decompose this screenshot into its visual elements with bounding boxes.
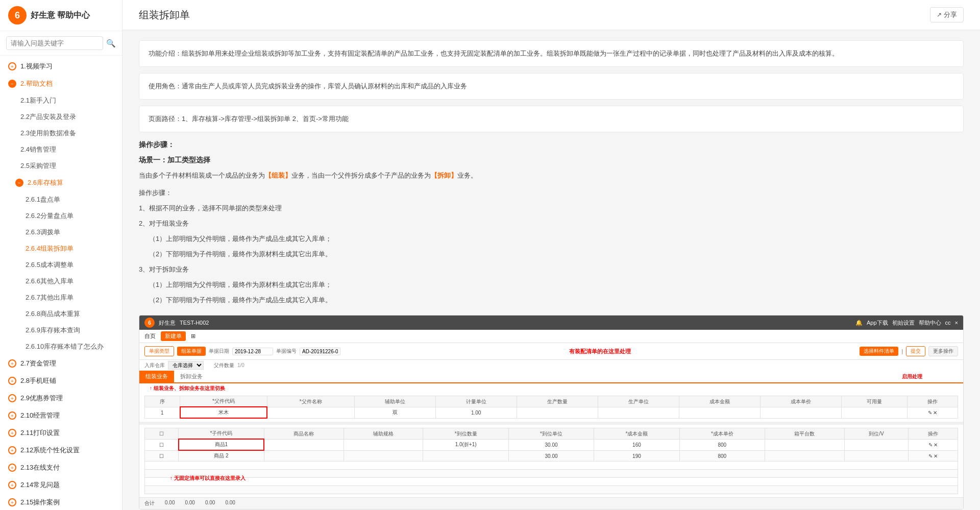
minus-icon: − (8, 80, 16, 88)
sc-sub-row-1: ☐ 商品1 1.0(折+1) 30.00 160 800 (145, 439, 958, 450)
sidebar-item-faq[interactable]: + 2.14常见问题 (0, 476, 122, 494)
sidebar-item-install[interactable]: 2.2产品安装及登录 (0, 109, 122, 125)
sidebar-item-payment[interactable]: + 2.13在线支付 (0, 459, 122, 476)
sc-footer: 合计 0.00 0.00 0.00 0.00 (139, 497, 963, 509)
sc-tab-assembly[interactable]: 组装业务 (139, 371, 174, 382)
sc-footer-qty1: 0.00 (165, 500, 175, 507)
sidebar-item-coupon[interactable]: + 2.9优惠券管理 (0, 390, 122, 407)
sc-sub-cell (765, 439, 845, 450)
sidebar-item-inventory-ledger[interactable]: 2.6.9库存账本查询 (0, 322, 122, 338)
search-input[interactable] (6, 36, 103, 50)
sc-upper-table-area: 序 *父件代码 *父件名称 辅助单位 计量单位 生产数量 生产单位 成本金额 成… (139, 393, 963, 422)
sidebar-item-customize[interactable]: + 2.12系统个性化设置 (0, 442, 122, 459)
sc-cell: 1.00 (435, 407, 517, 418)
share-button[interactable]: ↗ 分享 (930, 7, 964, 22)
sc-icon-bell: 🔔 (855, 320, 863, 326)
plus-icon-customize: + (8, 446, 16, 454)
app-title: 好生意 帮助中心 (31, 10, 90, 21)
sidebar-item-partial-stocktake[interactable]: 2.6.2分量盘点单 (0, 208, 122, 224)
sc-sub-cell (264, 450, 344, 462)
sidebar-item-transfer[interactable]: 2.6.3调拨单 (0, 224, 122, 240)
sc-sub-cell (844, 450, 908, 462)
sc-docno-input[interactable] (300, 348, 340, 355)
sc-toolbar: 单据类型 组装单据 单据日期 单据编号 有装配清单的在这里处理 选择料件清单 |… (139, 343, 963, 360)
sidebar-item-cost-adjust[interactable]: 2.6.5成本调整单 (0, 257, 122, 273)
share-label: 分享 (944, 10, 957, 19)
sc-th-5: 计量单位 (435, 396, 517, 407)
sidebar-item-help-docs[interactable]: − 2.帮助文档 (0, 75, 122, 92)
sc-btn-more[interactable]: 更多操作 (928, 346, 958, 356)
sc-th-2: *父件代码 (180, 396, 267, 407)
sidebar-item-other-out[interactable]: 2.6.7其他出库单 (0, 289, 122, 306)
sc-sub-th-7: *成本单价 (679, 428, 765, 440)
sc-sub-row-6 (145, 486, 958, 494)
sc-tabs: 组装业务 拆卸业务 (139, 371, 963, 383)
sc-close-icon: cc (945, 320, 951, 326)
screenshot-container: 6 好生意 TEST-H002 🔔 App下载 初始设置 帮助中心 cc × (139, 315, 964, 509)
sidebar-item-cost-recalc[interactable]: 2.6.8商品成本重算 (0, 306, 122, 322)
sc-sub-cell-empty4 (145, 486, 958, 494)
sc-nav-home: 自页 (144, 332, 156, 340)
sidebar-item-videos[interactable]: + 1.视频学习 (0, 58, 122, 75)
steps-block: 操作步骤： 1、根据不同的业务，选择不同单据的类型来处理 2、对于组装业务 （1… (139, 186, 964, 307)
sc-warehouse-select[interactable]: 仓库选择 (168, 361, 204, 370)
sidebar-item-ledger-fix[interactable]: 2.6.10库存账本错了怎么办 (0, 338, 122, 355)
sc-table-row: 1 米木 双 1.00 ✎ ✕ (145, 407, 958, 418)
sc-annotation-tabs: ↑ 组装业务、拆卸业务在这里切换 (150, 385, 225, 392)
sc-cell (598, 407, 679, 418)
operations-title: 操作步骤： (139, 140, 964, 150)
sidebar-item-data-prep[interactable]: 2.3使用前数据准备 (0, 125, 122, 141)
sc-tab-disassembly[interactable]: 拆卸业务 (174, 371, 209, 382)
sidebar-item-videos-label: 1.视频学习 (20, 62, 53, 71)
sidebar-item-purchase[interactable]: 2.5采购管理 (0, 158, 122, 174)
sc-sub-th-1: *子件代码 (179, 428, 264, 440)
sidebar-item-beginner[interactable]: 2.1新手入门 (0, 92, 122, 109)
sc-titlebar-right: 🔔 App下载 初始设置 帮助中心 cc × (855, 319, 958, 327)
sc-cell: 1 (145, 407, 180, 418)
sidebar-item-print[interactable]: + 2.11打印设置 (0, 424, 122, 442)
sidebar-item-mgmt[interactable]: + 2.10经营管理 (0, 407, 122, 424)
plus-icon-finance: + (8, 359, 16, 368)
sc-sub-row-2: ☐ 商品 2 30.00 190 800 (145, 450, 958, 462)
search-box[interactable]: 🔍 (0, 31, 122, 56)
sidebar-item-sales[interactable]: 2.4销售管理 (0, 141, 122, 158)
step3: 3、对于拆卸业务 (139, 263, 964, 276)
step3-1: （1）上部明细为父件明细，最终作为原材料生成其它出库单； (139, 278, 964, 292)
sc-logo: 6 (144, 318, 155, 328)
sc-sub-cell: 190 (594, 450, 679, 462)
plus-icon-faq: + (8, 481, 16, 489)
sc-sub-th-8: 箱平台数 (765, 428, 845, 440)
sc-sub-cell: ✎ ✕ (908, 439, 958, 450)
page-title: 组装拆卸单 (139, 8, 190, 22)
sidebar-item-finance[interactable]: + 2.7资金管理 (0, 355, 122, 372)
sidebar-item-cases-label: 2.15操作案例 (20, 498, 60, 507)
sc-tabs-wrapper: 组装业务 拆卸业务 ↑ 组装业务、拆卸业务在这里切换 启用处理 (139, 371, 963, 383)
search-button[interactable]: 🔍 (106, 39, 116, 48)
sc-sub-cell: ✎ ✕ (908, 450, 958, 462)
scenario1-description: 当由多个子件材料组装成一个成品的业务为【组装】业务，当由一个父件拆分成多个子产品… (139, 169, 964, 182)
sc-sub-th-2: 商品名称 (264, 428, 344, 440)
sidebar-item-stocktake[interactable]: 2.6.1盘点单 (0, 191, 122, 208)
sidebar-item-mobile[interactable]: + 2.8手机旺铺 (0, 372, 122, 390)
sc-th-10: 可用量 (841, 396, 907, 407)
sc-sub-th-op: 操作 (908, 428, 958, 440)
sc-th-3: *父件名称 (267, 396, 354, 407)
sc-footer-qty2: 0.00 (185, 500, 194, 507)
sidebar-item-other-in[interactable]: 2.6.6其他入库单 (0, 273, 122, 289)
sc-cell: 米木 (180, 407, 267, 418)
sidebar-item-cases[interactable]: + 2.15操作案例 (0, 494, 122, 510)
sc-btn-doc-type: 单据类型 (144, 346, 174, 356)
sc-btn-select-bom[interactable]: 选择料件清单 (860, 347, 898, 356)
sc-btn-submit[interactable]: 提交 (906, 346, 925, 356)
sc-th-9: 成本单价 (760, 396, 841, 407)
sc-icon-user: 帮助中心 (919, 319, 941, 327)
sc-sub-cell-empty3 (145, 478, 958, 486)
sidebar-item-mgmt-label: 2.10经营管理 (20, 411, 60, 420)
sidebar-item-assembly[interactable]: 2.6.4组装拆卸单 (0, 240, 122, 257)
sidebar-item-inventory[interactable]: − 2.6库存核算 (0, 174, 122, 191)
sc-sub-cell: ☐ (145, 439, 179, 450)
sc-date-label: 单据日期 (209, 348, 229, 355)
sc-sub-cell: ☐ (145, 450, 179, 462)
sidebar-item-customize-label: 2.12系统个性化设置 (20, 446, 80, 455)
sc-date-input[interactable] (232, 348, 273, 355)
